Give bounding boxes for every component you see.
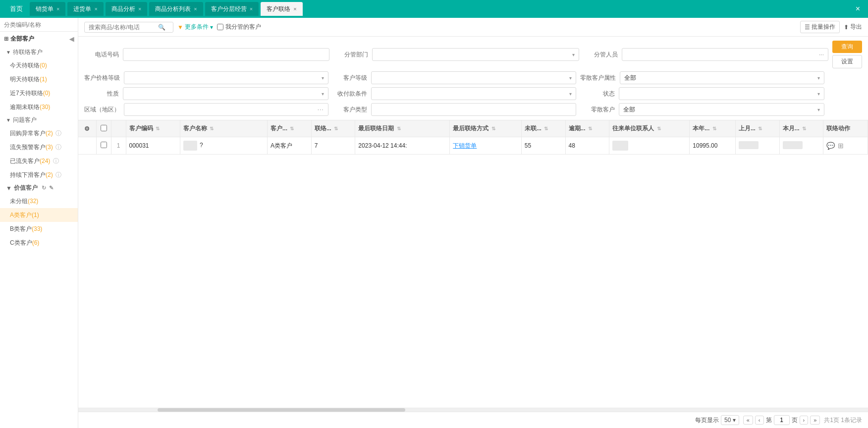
sidebar-item-declining[interactable]: 持续下滑客户(2) ⓘ (0, 168, 78, 182)
sidebar-item-churned[interactable]: 已流失客户(24) ⓘ (0, 154, 78, 168)
sidebar-item-repurchase-abnormal[interactable]: 回购异常客户(2) ⓘ (0, 126, 78, 140)
grid-icon: ⊞ (4, 36, 8, 42)
customer-type-input[interactable] (371, 103, 577, 116)
close-customer-tier-tab[interactable]: × (250, 6, 253, 12)
problem-customers-group[interactable]: ▼ 问题客户 (0, 114, 78, 126)
close-analysis-tab[interactable]: × (138, 6, 141, 12)
my-customers-checkbox[interactable]: 我分管的客户 (217, 23, 261, 31)
sort-this-year[interactable]: ⇅ (712, 126, 716, 131)
col-settings[interactable]: ⚙ (78, 120, 96, 137)
sidebar-item-tomorrow[interactable]: 明天待联络(1) (0, 72, 78, 86)
phone-input[interactable] (123, 48, 329, 61)
export-button[interactable]: ⬆ 导出 (844, 23, 862, 31)
col-this-month: 本月... ⇅ (779, 120, 823, 137)
close-analysis-list-tab[interactable]: × (194, 6, 197, 12)
sidebar-search-input[interactable] (4, 21, 78, 28)
nav-tab-customer-contact[interactable]: 客户联络 × (261, 2, 302, 16)
nav-tab-purchase[interactable]: 进货单 × (67, 2, 103, 16)
collapse-icon[interactable]: ◀ (69, 36, 74, 43)
sort-this-month[interactable]: ⇅ (802, 126, 806, 131)
refresh-icon[interactable]: ↻ (42, 185, 46, 191)
settings-button[interactable]: 设置 (832, 55, 862, 68)
nav-tab-analysis-list[interactable]: 商品分析列表 × (149, 2, 203, 16)
main-search-icon[interactable]: 🔍 (158, 24, 165, 31)
my-customers-input[interactable] (217, 24, 223, 30)
sidebar-search-container: 🔍 (0, 18, 78, 32)
next-page-button[interactable]: › (800, 416, 809, 425)
main-search-input[interactable] (89, 24, 158, 31)
close-window-button[interactable]: × (852, 4, 864, 13)
phone-label: 电话号码 (84, 51, 119, 59)
sort-name[interactable]: ⇅ (210, 126, 214, 131)
dept-select[interactable]: ▾ (372, 48, 579, 61)
retail-customer-select[interactable]: 全部 ▾ (619, 103, 824, 116)
region-label: 区域（地区） (84, 106, 120, 114)
page-number-input[interactable] (774, 415, 790, 425)
sidebar-item-churn-warning[interactable]: 流失预警客户(3) ⓘ (0, 140, 78, 154)
more-conditions-button[interactable]: ▼ 更多条件 ▾ (177, 23, 213, 31)
sort-last-month[interactable]: ⇅ (758, 126, 762, 131)
search-button[interactable]: 查询 (832, 41, 862, 53)
payment-select[interactable]: ▾ (371, 87, 577, 100)
sidebar-item-7days[interactable]: 近7天待联络(0) (0, 86, 78, 100)
prev-page-button[interactable]: ‹ (755, 416, 764, 425)
row-checkbox[interactable] (101, 142, 107, 148)
value-customers-group[interactable]: ▼ 价值客户 ↻ ✎ (0, 182, 78, 194)
region-dots: ··· (318, 106, 324, 113)
sort-unit-contact[interactable]: ⇅ (657, 126, 661, 131)
info-icon-declining: ⓘ (55, 171, 61, 178)
first-page-button[interactable]: « (743, 416, 753, 425)
unit-contact-placeholder (612, 141, 628, 151)
nav-tab-customer-tier[interactable]: 客户分层经营 × (205, 2, 259, 16)
filter-region: 区域（地区） ··· (84, 103, 328, 116)
sidebar-item-c-class[interactable]: C类客户(6) (0, 236, 78, 250)
row-name-cell[interactable]: ? (180, 137, 267, 155)
filter-row-1: 电话号码 分管部门 ▾ 分管人员 ··· 查询 (84, 41, 862, 68)
nav-tab-sales[interactable]: 销货单 × (30, 2, 65, 16)
batch-operation-button[interactable]: ☰ 批量操作 (800, 21, 840, 33)
status-select[interactable]: ▾ (619, 87, 824, 100)
batch-icon: ☰ (805, 24, 810, 31)
edit-icon[interactable]: ✎ (49, 185, 54, 191)
sidebar-item-today[interactable]: 今天待联络(0) (0, 58, 78, 72)
nav-home[interactable]: 首页 (4, 0, 29, 18)
row-this-year-cell: 10995.00 (690, 137, 736, 155)
nature-select[interactable]: ▾ (123, 87, 328, 100)
sidebar-item-a-class[interactable]: A类客户(1) (0, 208, 78, 222)
settings-icon[interactable]: ⚙ (84, 125, 90, 132)
sidebar-item-ungrouped[interactable]: 未分组(32) (0, 194, 78, 208)
value-arrow: ▼ (6, 185, 12, 192)
sort-contact[interactable]: ⇅ (334, 126, 338, 131)
sidebar-item-b-class[interactable]: B类客户(33) (0, 222, 78, 236)
region-select[interactable]: ··· (124, 103, 328, 116)
manager-input[interactable]: ··· (622, 48, 828, 61)
payment-chevron: ▾ (569, 91, 572, 97)
close-purchase-tab[interactable]: × (94, 6, 97, 12)
close-sales-tab[interactable]: × (56, 6, 59, 12)
sidebar-item-overdue[interactable]: 逾期未联络(30) (0, 100, 78, 114)
content-area: 🔍 ▼ 更多条件 ▾ 我分管的客户 ☰ 批量操作 ⬆ 导出 (78, 18, 868, 428)
all-customers-header[interactable]: ⊞ 全部客户 ◀ (0, 32, 78, 46)
last-page-button[interactable]: » (810, 416, 820, 425)
sort-last-method[interactable]: ⇅ (491, 126, 495, 131)
scrollbar-thumb[interactable] (158, 408, 405, 412)
price-level-select[interactable]: ▾ (124, 71, 328, 84)
chat-icon[interactable]: 💬 (826, 142, 835, 150)
horizontal-scrollbar[interactable] (78, 408, 868, 412)
close-customer-contact-tab[interactable]: × (293, 6, 296, 12)
sort-code[interactable]: ⇅ (156, 126, 160, 131)
select-all-checkbox[interactable] (101, 125, 107, 131)
sort-last-date[interactable]: ⇅ (397, 126, 401, 131)
sort-overdue[interactable]: ⇅ (588, 126, 592, 131)
sort-no-contact[interactable]: ⇅ (544, 126, 548, 131)
page-size-dropdown[interactable]: 50 ▾ (721, 415, 739, 425)
last-method-link[interactable]: 下销货单 (453, 142, 477, 149)
row-unit-contact-cell (609, 137, 690, 155)
retail-attr-select[interactable]: 全部 ▾ (620, 71, 824, 84)
sort-level[interactable]: ⇅ (290, 126, 294, 131)
nav-tab-analysis[interactable]: 商品分析 × (106, 2, 147, 16)
qr-icon[interactable]: ⊞ (838, 142, 844, 150)
table-row: 1 000031 ? A类客户 7 (78, 137, 868, 155)
pending-contact-group[interactable]: ▼ 待联络客户 (0, 46, 78, 58)
customer-level-select[interactable]: ▾ (371, 71, 577, 84)
